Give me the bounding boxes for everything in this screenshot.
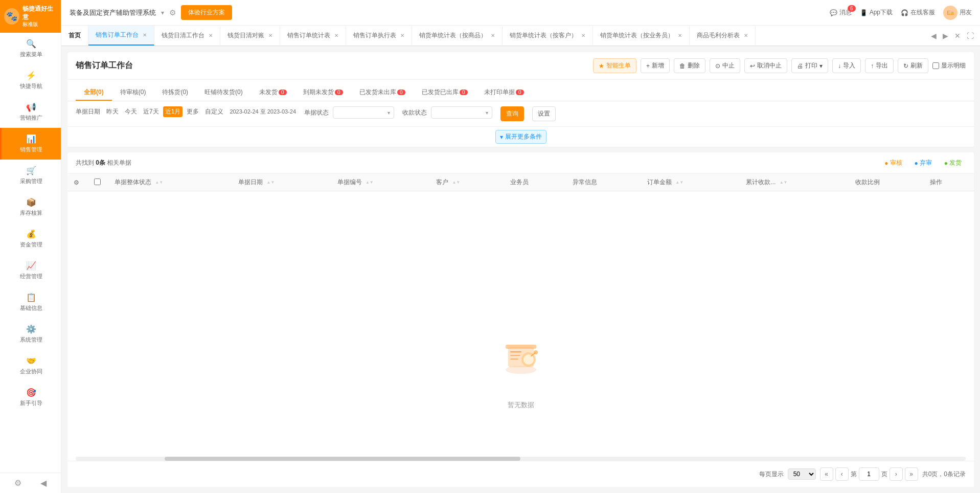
last-page-btn[interactable]: » — [905, 467, 918, 481]
tab-sales-stat[interactable]: 销售订单统计表 ✕ — [280, 26, 346, 45]
sort-number-icon[interactable]: ▲▼ — [366, 180, 374, 185]
sort-collected-icon[interactable]: ▲▼ — [780, 180, 788, 185]
prev-page-btn[interactable]: ‹ — [835, 467, 849, 481]
title-dropdown-icon[interactable]: ▾ — [161, 9, 164, 16]
sidebar-item-sales[interactable]: 📊 销售管理 — [0, 128, 61, 160]
industry-btn[interactable]: 体验行业方案 — [181, 5, 232, 20]
tab-close-sales-stat-customer[interactable]: ✕ — [581, 33, 585, 38]
sidebar-item-quick-nav[interactable]: ⚡ 快捷导航 — [0, 64, 61, 96]
sort-amount-icon[interactable]: ▲▼ — [675, 180, 683, 185]
tab-sales-stat-staff[interactable]: 销货单统计表（按业务员） ✕ — [593, 26, 690, 45]
app-download-btn[interactable]: 📱 App下载 — [860, 8, 893, 17]
first-page-btn[interactable]: « — [820, 467, 833, 481]
h-scrollbar[interactable] — [76, 457, 966, 461]
date-opt-yesterday[interactable]: 昨天 — [104, 106, 121, 117]
sort-status-icon[interactable]: ▲▼ — [155, 180, 163, 185]
sidebar-item-inventory[interactable]: 📦 库存核算 — [0, 191, 61, 223]
show-detail-input[interactable] — [932, 62, 939, 69]
smart-create-btn[interactable]: ★ 智能生单 — [593, 58, 636, 73]
expand-filter-btn[interactable]: ▾ 展开更多条件 — [495, 130, 546, 144]
query-btn[interactable]: 查询 — [500, 106, 524, 121]
tab-close-sales-order[interactable]: ✕ — [143, 32, 147, 38]
stop-btn[interactable]: ⊙ 中止 — [710, 58, 740, 73]
h-scrollbar-thumb[interactable] — [165, 457, 520, 461]
tab-cash-reconcile[interactable]: 钱货日清对账 ✕ — [220, 26, 280, 45]
tab-close-all-btn[interactable]: ✕ — [952, 31, 963, 41]
user-area[interactable]: Ea 用友 — [943, 6, 972, 20]
sub-tab-shipped-not-stored[interactable]: 已发货未出库0 — [351, 85, 414, 101]
tab-sales-order[interactable]: 销售订单工作台 ✕ — [88, 26, 154, 46]
tab-sales-stat-product[interactable]: 销货单统计表（按商品） ✕ — [412, 26, 503, 45]
export-btn[interactable]: ↑ 导出 — [865, 58, 894, 73]
tab-maximize-btn[interactable]: ⛶ — [965, 31, 976, 41]
sidebar-item-search[interactable]: 🔍 搜索菜单 — [0, 33, 61, 64]
sort-date-icon[interactable]: ▲▼ — [267, 180, 275, 185]
sidebar-item-basic-info[interactable]: 📋 基础信息 — [0, 286, 61, 318]
online-service-btn[interactable]: 🎧 在线客服 — [901, 8, 935, 17]
tab-close-product-margin[interactable]: ✕ — [744, 33, 748, 38]
print-btn[interactable]: 🖨 打印 ▾ — [791, 58, 828, 73]
date-opt-1month[interactable]: 近1月 — [163, 106, 183, 117]
table-header: ⚙ 单据整体状态 ▲▼ 单据日期 ▲▼ — [67, 174, 974, 191]
sidebar-settings-btn[interactable]: ⚙ — [14, 478, 21, 488]
payment-filter-label: 收款状态 — [402, 108, 427, 117]
print-dropdown-icon[interactable]: ▾ — [819, 62, 823, 70]
tab-close-sales-exec[interactable]: ✕ — [400, 33, 404, 38]
cancel-review-btn[interactable]: ● 弃审 — [910, 156, 936, 169]
col-settings-icon[interactable]: ⚙ — [74, 179, 79, 186]
message-btn[interactable]: 💬 消息 6 — [830, 8, 852, 17]
review-btn[interactable]: ● 审核 — [880, 156, 906, 169]
tab-close-sales-stat[interactable]: ✕ — [334, 33, 338, 38]
show-detail-checkbox[interactable]: 显示明细 — [932, 61, 966, 70]
sub-tab-all[interactable]: 全部(0) — [76, 85, 112, 101]
sub-tab-pending-check[interactable]: 待拣货(0) — [154, 85, 196, 101]
table-scroll-container[interactable]: ⚙ 单据整体状态 ▲▼ 单据日期 ▲▼ — [67, 174, 974, 285]
sub-tab-overdue[interactable]: 到期未发货0 — [295, 85, 351, 101]
payment-select[interactable] — [431, 106, 492, 119]
per-page-select[interactable]: 50 10 20 100 — [788, 468, 816, 480]
sidebar-item-operations[interactable]: 📈 经营管理 — [0, 255, 61, 286]
header-settings-icon[interactable]: ⚙ — [169, 8, 176, 17]
cancel-stop-btn[interactable]: ↩ 取消中止 — [744, 58, 787, 73]
tab-next-btn[interactable]: ▶ — [941, 31, 950, 41]
next-page-btn[interactable]: › — [890, 467, 903, 481]
sidebar-item-finance[interactable]: 💰 资金管理 — [0, 223, 61, 255]
sub-tab-not-shipped[interactable]: 未发货0 — [251, 85, 295, 101]
sidebar-item-system[interactable]: ⚙️ 系统管理 — [0, 318, 61, 350]
status-select[interactable] — [333, 106, 394, 119]
svg-point-4 — [523, 354, 534, 365]
sort-customer-icon[interactable]: ▲▼ — [452, 180, 460, 185]
sub-tab-pending-review[interactable]: 待审核(0) — [112, 85, 154, 101]
sidebar-item-purchase[interactable]: 🛒 采购管理 — [0, 160, 61, 191]
tab-home[interactable]: 首页 — [61, 26, 88, 45]
tab-close-cash-reconcile[interactable]: ✕ — [268, 33, 272, 38]
date-opt-7days[interactable]: 近7天 — [141, 106, 161, 117]
date-opt-today[interactable]: 今天 — [123, 106, 139, 117]
tab-sales-exec[interactable]: 销售订单执行表 ✕ — [346, 26, 412, 45]
tab-prev-btn[interactable]: ◀ — [929, 31, 939, 41]
tab-cash-daily[interactable]: 钱货日清工作台 ✕ — [154, 26, 220, 45]
sidebar-item-cooperation[interactable]: 🤝 企业协同 — [0, 350, 61, 382]
tab-close-sales-stat-product[interactable]: ✕ — [491, 33, 495, 38]
refresh-btn[interactable]: ↻ 刷新 — [898, 58, 928, 73]
sub-tab-wangpu[interactable]: 旺铺待发货(0) — [196, 85, 251, 101]
sub-tab-shipped-stored[interactable]: 已发货已出库0 — [414, 85, 476, 101]
tab-product-margin[interactable]: 商品毛利分析表 ✕ — [690, 26, 756, 45]
sidebar-collapse-btn[interactable]: ◀ — [40, 478, 47, 488]
page-header: 销售订单工作台 ★ 智能生单 + 新增 🗑 删除 ⊙ — [67, 52, 974, 147]
select-all-checkbox[interactable] — [94, 178, 101, 185]
filter-settings-btn[interactable]: 设置 — [532, 106, 556, 121]
tab-sales-stat-customer[interactable]: 销货单统计表（按客户） ✕ — [503, 26, 593, 45]
import-btn[interactable]: ↓ 导入 — [832, 58, 861, 73]
date-opt-custom[interactable]: 自定义 — [203, 106, 225, 117]
tab-close-cash-daily[interactable]: ✕ — [209, 33, 213, 38]
tab-close-sales-stat-staff[interactable]: ✕ — [678, 33, 682, 38]
date-opt-more[interactable]: 更多 — [185, 106, 201, 117]
ship-btn[interactable]: ● 发货 — [940, 156, 966, 169]
sidebar-item-guide[interactable]: 🎯 新手引导 — [0, 382, 61, 413]
sub-tab-not-printed[interactable]: 未打印单据0 — [476, 85, 532, 101]
sidebar-item-marketing[interactable]: 📢 营销推广 — [0, 96, 61, 128]
new-btn[interactable]: + 新增 — [641, 58, 670, 73]
page-input[interactable] — [859, 467, 879, 481]
delete-btn[interactable]: 🗑 删除 — [674, 58, 705, 73]
